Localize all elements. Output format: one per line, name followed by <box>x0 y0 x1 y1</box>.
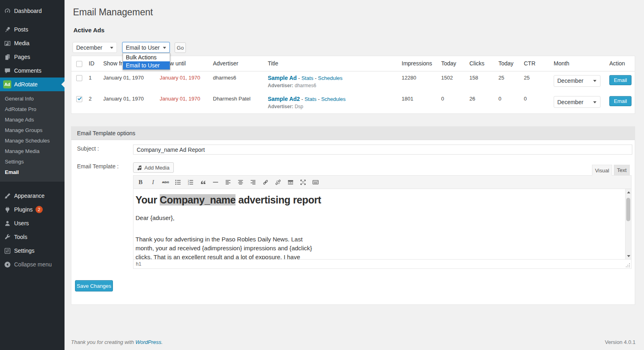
ad-title-link[interactable]: Sample Ad <box>268 75 297 81</box>
pin-icon <box>3 25 11 34</box>
sidebar-item-adrotate[interactable]: Ad AdRotate <box>0 78 65 91</box>
sidebar-item-pages[interactable]: Pages <box>0 50 65 64</box>
resize-handle-icon[interactable] <box>625 263 630 268</box>
go-button[interactable]: Go <box>175 42 186 53</box>
add-media-button[interactable]: Add Media <box>133 162 174 173</box>
link-icon[interactable] <box>261 178 270 187</box>
row-checkbox[interactable] <box>76 96 82 102</box>
bulk-action-dropdown: Bulk Actions Email to User <box>123 53 170 70</box>
editor-toolbar: B I ABC 123 <box>133 176 631 189</box>
subject-input[interactable] <box>133 145 632 155</box>
sidebar-item-tools[interactable]: Tools <box>0 230 65 244</box>
submenu-item-adrotate-pro[interactable]: AdRotate Pro <box>0 104 65 115</box>
cell-today-impressions: 0 <box>436 92 465 114</box>
scrollbar-thumb[interactable] <box>626 198 630 221</box>
bullet-list-icon[interactable] <box>174 178 182 187</box>
sidebar-item-media[interactable]: Media <box>0 36 65 50</box>
email-template-panel: Email Template options Subject : Email T… <box>71 126 635 305</box>
editor-paragraph: Thank you for advertising in the Paso Ro… <box>135 235 621 259</box>
submenu-item-manage-ads[interactable]: Manage Ads <box>0 115 65 125</box>
selected-text: Company_name <box>160 194 236 205</box>
align-left-icon[interactable] <box>224 178 232 187</box>
wordpress-link[interactable]: WordPress <box>135 339 161 345</box>
fullscreen-icon[interactable] <box>299 178 307 187</box>
select-all-checkbox[interactable] <box>76 61 82 67</box>
bold-icon[interactable]: B <box>136 178 145 187</box>
row-checkbox[interactable] <box>76 75 82 81</box>
cell-title: Sample Ad2 - Stats - Schedules Advertise… <box>263 92 397 114</box>
save-changes-button[interactable]: Save Changes <box>75 280 113 291</box>
scroll-up-icon[interactable] <box>625 189 631 195</box>
col-header-id: ID <box>84 56 98 71</box>
stats-link[interactable]: Stats <box>301 75 313 81</box>
row-month-select[interactable]: December <box>554 75 600 87</box>
scroll-down-icon[interactable] <box>625 253 631 259</box>
submenu-item-general-info[interactable]: General Info <box>0 94 65 104</box>
cell-clicks: 158 <box>465 71 494 92</box>
admin-sidebar: Dashboard Posts Media Pages Comments Ad <box>0 0 65 350</box>
cell-show-from: January 01, 1970 <box>98 71 155 92</box>
editor-statusbar: h1 <box>133 259 631 268</box>
unlink-icon[interactable] <box>274 178 282 187</box>
submenu-item-manage-schedules[interactable]: Manage Schedules <box>0 136 65 146</box>
sidebar-item-plugins[interactable]: Plugins 2 <box>0 203 65 216</box>
col-header-title: Title <box>263 56 397 71</box>
footer-version: Version 4.0.1 <box>605 339 636 345</box>
sidebar-item-label: Posts <box>14 26 28 33</box>
col-header-month: Month <box>549 56 604 71</box>
cell-impressions: 12280 <box>397 71 436 92</box>
sidebar-item-users[interactable]: Users <box>0 216 65 230</box>
row-month-select[interactable]: December <box>554 96 600 108</box>
current-menu-arrow <box>61 81 65 88</box>
plugins-update-badge: 2 <box>35 206 43 213</box>
editor-scrollbar[interactable] <box>625 189 631 259</box>
tab-visual[interactable]: Visual <box>592 165 612 176</box>
collapse-icon <box>3 260 11 268</box>
email-button[interactable]: Email <box>609 96 631 106</box>
sidebar-item-label: Users <box>14 220 29 226</box>
sidebar-item-appearance[interactable]: Appearance <box>0 189 65 203</box>
tab-text[interactable]: Text <box>614 165 630 175</box>
sidebar-item-label: Collapse menu <box>14 261 52 268</box>
submenu-item-manage-groups[interactable]: Manage Groups <box>0 125 65 136</box>
cell-today-clicks: 25 <box>494 71 519 92</box>
cell-advertiser: dharmes6 <box>208 71 263 92</box>
sidebar-item-dashboard[interactable]: Dashboard <box>0 4 65 18</box>
numbered-list-icon[interactable]: 123 <box>186 178 195 187</box>
sidebar-item-collapse-menu[interactable]: Collapse menu <box>0 258 65 271</box>
submenu-item-settings[interactable]: Settings <box>0 157 65 167</box>
submenu-item-manage-media[interactable]: Manage Media <box>0 146 65 157</box>
cell-today-impressions: 1502 <box>436 71 465 92</box>
sidebar-item-label: Plugins <box>14 206 33 213</box>
ad-title-link[interactable]: Sample Ad2 <box>268 96 300 102</box>
stats-link[interactable]: Stats <box>304 96 317 102</box>
sidebar-item-posts[interactable]: Posts <box>0 23 65 36</box>
editor-content[interactable]: Your Company_name advertising report Dea… <box>133 189 631 259</box>
media-icon <box>136 164 143 171</box>
horizontal-rule-icon[interactable] <box>211 178 220 187</box>
editor-heading: Your Company_name advertising report <box>135 194 621 206</box>
cell-id: 2 <box>84 92 98 114</box>
blockquote-icon[interactable] <box>199 178 207 187</box>
schedules-link[interactable]: Schedules <box>318 75 343 81</box>
dropdown-option-email-to-user[interactable]: Email to User <box>123 61 170 69</box>
more-tag-icon[interactable] <box>286 178 295 187</box>
schedules-link[interactable]: Schedules <box>321 96 346 102</box>
month-filter-select[interactable]: December <box>73 42 117 53</box>
kitchen-sink-icon[interactable] <box>311 178 320 187</box>
bulk-action-select[interactable]: Email to User <box>122 42 170 53</box>
col-header-today2: Today <box>494 56 519 71</box>
cell-show-from: January 01, 1970 <box>98 92 155 114</box>
email-button[interactable]: Email <box>609 75 631 85</box>
sidebar-item-label: AdRotate <box>14 81 38 88</box>
cell-show-until: January 01, 1970 <box>155 71 208 92</box>
svg-text:3: 3 <box>188 182 189 185</box>
align-right-icon[interactable] <box>249 178 257 187</box>
align-center-icon[interactable] <box>236 178 245 187</box>
sidebar-item-settings[interactable]: Settings <box>0 244 65 258</box>
submenu-item-email[interactable]: Email <box>0 167 65 178</box>
italic-icon[interactable]: I <box>149 178 157 187</box>
sidebar-item-comments[interactable]: Comments <box>0 64 65 78</box>
dropdown-option-bulk-actions[interactable]: Bulk Actions <box>123 53 170 61</box>
strikethrough-icon[interactable]: ABC <box>161 178 170 187</box>
